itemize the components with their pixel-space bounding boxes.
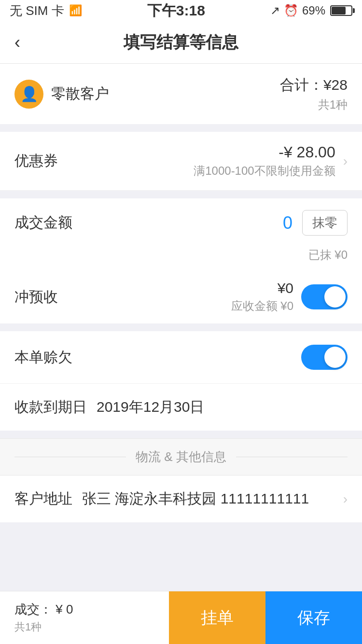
- battery-fill: [332, 7, 346, 14]
- prepay-info: ¥0 应收金额 ¥0: [231, 280, 293, 314]
- bottom-deal-label: 成交： ¥ 0: [14, 601, 154, 618]
- divider-line-left: [14, 457, 126, 457]
- coupon-value: -¥ 28.00 满1000-100不限制使用金额: [194, 143, 335, 179]
- main-content: 👤 零散客户 合计：¥28 共1种 优惠券 -¥ 28.00 满1000-100…: [0, 64, 362, 580]
- prepay-toggle[interactable]: [301, 284, 348, 309]
- avatar: 👤: [14, 80, 43, 109]
- deal-value[interactable]: 0: [283, 213, 292, 233]
- prepay-label: 冲预收: [14, 287, 58, 307]
- round-zero-button[interactable]: 抹零: [302, 210, 348, 236]
- prepay-row: 冲预收 ¥0 应收金额 ¥0: [0, 270, 362, 323]
- coupon-right: -¥ 28.00 满1000-100不限制使用金额 ›: [194, 143, 348, 179]
- deal-amount-label: 成交金额: [14, 213, 72, 233]
- total-count: 共1种: [280, 97, 348, 112]
- toggle-knob: [324, 286, 346, 308]
- bottom-deal-text: 成交：: [14, 602, 52, 616]
- debt-row: 本单赊欠: [0, 331, 362, 383]
- section-divider-2: [0, 323, 362, 331]
- back-button[interactable]: ‹: [14, 32, 20, 53]
- location-icon: ↗: [270, 4, 280, 17]
- bottom-bar: 成交： ¥ 0 共1种 挂单 保存: [0, 591, 362, 644]
- no-sim-label: 无 SIM 卡: [10, 2, 64, 19]
- deal-sub-label: 已抹 ¥0: [0, 247, 362, 270]
- section-divider-1: [0, 191, 362, 198]
- coupon-label: 优惠券: [14, 151, 58, 171]
- debt-toggle[interactable]: [301, 345, 348, 370]
- bottom-info: 成交： ¥ 0 共1种: [0, 601, 169, 634]
- customer-left: 👤 零散客户: [14, 80, 109, 109]
- status-right: ↗ ⏰ 69%: [270, 4, 352, 17]
- due-date-value: 2019年12月30日: [97, 397, 204, 417]
- total-amount: 合计：¥28: [280, 75, 348, 95]
- status-bar: 无 SIM 卡 📶 下午3:18 ↗ ⏰ 69%: [0, 0, 362, 21]
- prepay-sub: 应收金额 ¥0: [231, 298, 293, 314]
- nav-bar: ‹ 填写结算等信息: [0, 21, 362, 64]
- chevron-right-icon: ›: [343, 154, 348, 169]
- status-time: 下午3:18: [147, 1, 205, 21]
- divider-line-right: [236, 457, 348, 457]
- status-left: 无 SIM 卡 📶: [10, 2, 82, 19]
- battery-icon: [330, 5, 352, 16]
- customer-name: 零散客户: [51, 84, 109, 104]
- debt-label: 本单赊欠: [14, 348, 72, 367]
- address-row[interactable]: 客户地址 张三 海淀永丰科技园 11111111111 ›: [0, 476, 362, 522]
- customer-total: 合计：¥28 共1种: [280, 75, 348, 112]
- suspend-button[interactable]: 挂单: [169, 591, 265, 644]
- due-date-row[interactable]: 收款到期日 2019年12月30日: [0, 383, 362, 431]
- wifi-icon: 📶: [69, 4, 82, 17]
- page-title: 填写结算等信息: [124, 31, 238, 54]
- deal-amount-row: 成交金额 0 抹零: [0, 198, 362, 247]
- coupon-desc: 满1000-100不限制使用金额: [194, 163, 335, 179]
- save-button[interactable]: 保存: [265, 591, 362, 644]
- deal-right: 0 抹零: [283, 210, 348, 236]
- coupon-discount: -¥ 28.00: [194, 143, 335, 161]
- address-value: 张三 海淀永丰科技园 11111111111: [82, 489, 343, 509]
- customer-row: 👤 零散客户 合计：¥28 共1种: [0, 64, 362, 124]
- logistics-title: 物流 & 其他信息: [136, 448, 226, 465]
- address-label: 客户地址: [14, 489, 72, 509]
- bottom-count: 共1种: [14, 620, 154, 634]
- section-divider-3: [0, 431, 362, 438]
- prepay-amount: ¥0: [231, 280, 293, 296]
- debt-toggle-knob: [324, 347, 346, 368]
- bottom-deal-amount: ¥ 0: [56, 602, 73, 616]
- coupon-row[interactable]: 优惠券 -¥ 28.00 满1000-100不限制使用金额 ›: [0, 132, 362, 191]
- address-chevron-icon: ›: [343, 491, 348, 507]
- avatar-icon: 👤: [20, 85, 38, 102]
- due-date-label: 收款到期日: [14, 397, 87, 417]
- bottom-buttons: 挂单 保存: [169, 591, 362, 644]
- battery-percent: 69%: [302, 4, 325, 17]
- alarm-icon: ⏰: [284, 4, 298, 17]
- logistics-header: 物流 & 其他信息: [0, 438, 362, 476]
- prepay-right: ¥0 应收金额 ¥0: [231, 280, 348, 314]
